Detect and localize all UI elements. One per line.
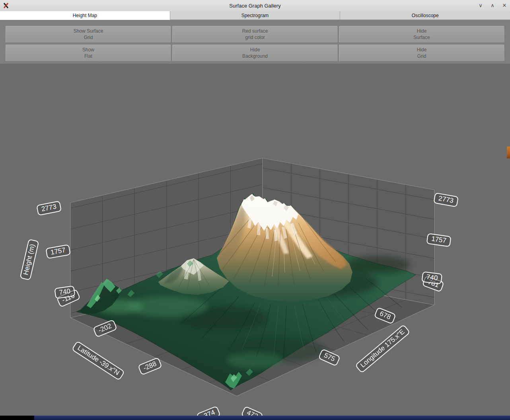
taskbar-strip-blue bbox=[34, 416, 510, 420]
tab-bar: Height Map Spectrogram Oscilloscope bbox=[0, 11, 510, 20]
button-label: Background bbox=[242, 53, 268, 59]
title-bar: Surface Graph Gallery ∨ ∧ ✕ bbox=[0, 0, 510, 12]
taskbar-strip bbox=[0, 416, 510, 420]
button-label: Show bbox=[82, 47, 94, 53]
tab-oscilloscope[interactable]: Oscilloscope bbox=[340, 11, 510, 20]
toolbar: Show Surface Grid Red surface grid color… bbox=[6, 26, 504, 61]
shade-window-icon[interactable]: ∨ bbox=[477, 0, 484, 11]
button-label: Grid bbox=[417, 53, 426, 59]
surface-graph-view[interactable]: 2773 1757 -116 740 Height (m) -202 -288 … bbox=[0, 64, 510, 416]
hide-surface-button[interactable]: Hide Surface bbox=[339, 26, 504, 43]
show-flat-button[interactable]: Show Flat bbox=[6, 45, 171, 61]
button-label: Red surface bbox=[242, 28, 268, 34]
button-label: Flat bbox=[84, 53, 92, 59]
surface-grid-color-button[interactable]: Red surface grid color bbox=[172, 26, 338, 43]
hide-background-button[interactable]: Hide Background bbox=[172, 45, 338, 61]
tab-height-map[interactable]: Height Map bbox=[0, 11, 170, 20]
window-controls: ∨ ∧ ✕ bbox=[477, 0, 508, 11]
app-icon bbox=[3, 2, 9, 9]
show-surface-grid-button[interactable]: Show Surface Grid bbox=[6, 26, 171, 43]
button-label: Hide bbox=[417, 47, 427, 53]
button-label: Hide bbox=[417, 28, 427, 34]
button-label: Hide bbox=[250, 47, 260, 53]
tab-spectrogram[interactable]: Spectrogram bbox=[170, 11, 341, 20]
hide-grid-button[interactable]: Hide Grid bbox=[339, 45, 504, 61]
window-title: Surface Graph Gallery bbox=[0, 3, 510, 9]
button-label: Surface bbox=[413, 34, 430, 41]
close-window-icon[interactable]: ✕ bbox=[501, 0, 508, 11]
button-label: Grid bbox=[84, 34, 93, 41]
button-label: grid color bbox=[245, 34, 265, 41]
maximize-window-icon[interactable]: ∧ bbox=[489, 0, 496, 11]
screen-edge-artifact bbox=[507, 147, 510, 158]
button-label: Show Surface bbox=[74, 28, 103, 34]
